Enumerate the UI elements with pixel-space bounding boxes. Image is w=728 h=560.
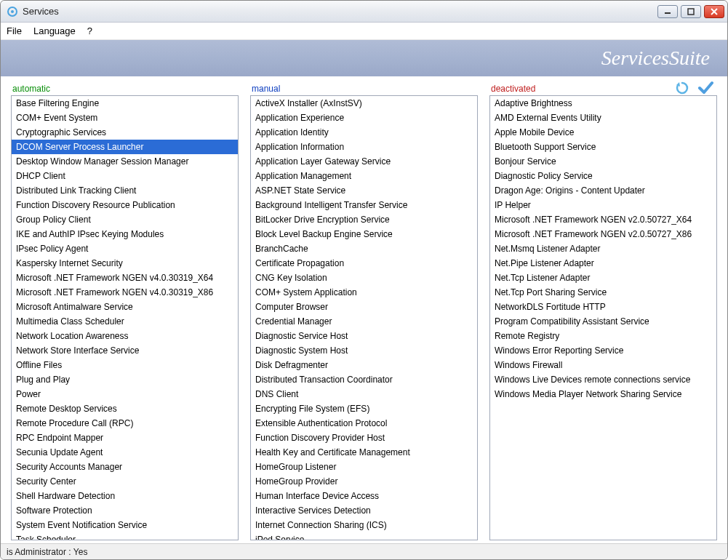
list-item[interactable]: RPC Endpoint Mapper (12, 431, 238, 445)
list-item[interactable]: Secunia Update Agent (12, 445, 238, 460)
list-item[interactable]: COM+ System Application (251, 285, 477, 300)
list-item[interactable]: DCOM Server Process Launcher (12, 140, 238, 154)
list-item[interactable]: Disk Defragmenter (251, 358, 477, 372)
list-item[interactable]: NetworkDLS Fortitude HTTP (490, 300, 716, 314)
list-item[interactable]: Credential Manager (251, 314, 477, 329)
list-item[interactable]: Background Intelligent Transfer Service (251, 198, 477, 212)
list-item[interactable]: COM+ Event System (12, 111, 238, 125)
list-item[interactable]: Apple Mobile Device (490, 125, 716, 140)
list-item[interactable]: Cryptographic Services (12, 125, 238, 140)
list-item[interactable]: HomeGroup Listener (251, 460, 477, 474)
list-item[interactable]: Windows Firewall (490, 358, 716, 372)
list-item[interactable]: Microsoft .NET Framework NGEN v4.0.30319… (12, 271, 238, 285)
list-manual[interactable]: ActiveX Installer (AxInstSV)Application … (250, 95, 478, 540)
window-title: Services (23, 6, 657, 17)
list-item[interactable]: Network Location Awareness (12, 329, 238, 343)
list-item[interactable]: ActiveX Installer (AxInstSV) (251, 96, 477, 111)
list-item[interactable]: System Event Notification Service (12, 518, 238, 532)
list-item[interactable]: DHCP Client (12, 169, 238, 183)
column-automatic: automatic Base Filtering EngineCOM+ Even… (11, 84, 239, 540)
list-item[interactable]: Encrypting File System (EFS) (251, 401, 477, 416)
list-item[interactable]: Certificate Propagation (251, 256, 477, 271)
list-item[interactable]: Power (12, 387, 238, 401)
list-item[interactable]: Application Identity (251, 125, 477, 140)
list-item[interactable]: Windows Live Devices remote connections … (490, 372, 716, 387)
list-item[interactable]: Remote Desktop Services (12, 401, 238, 416)
list-item[interactable]: Application Layer Gateway Service (251, 154, 477, 169)
list-item[interactable]: Diagnostic Policy Service (490, 169, 716, 183)
list-automatic[interactable]: Base Filtering EngineCOM+ Event SystemCr… (11, 95, 239, 540)
list-item[interactable]: Distributed Link Tracking Client (12, 183, 238, 198)
list-item[interactable]: Program Compatibility Assistant Service (490, 314, 716, 329)
menu-file[interactable]: File (7, 25, 22, 36)
list-item[interactable]: Security Accounts Manager (12, 460, 238, 474)
svg-point-1 (11, 10, 14, 13)
list-item[interactable]: Microsoft .NET Framework NGEN v2.0.50727… (490, 212, 716, 227)
list-item[interactable]: BranchCache (251, 241, 477, 256)
list-item[interactable]: Net.Pipe Listener Adapter (490, 256, 716, 271)
list-item[interactable]: Diagnostic System Host (251, 343, 477, 358)
menu-language[interactable]: Language (33, 25, 76, 36)
list-item[interactable]: Block Level Backup Engine Service (251, 227, 477, 241)
list-item[interactable]: Bluetooth Support Service (490, 140, 716, 154)
menu-help[interactable]: ? (87, 25, 92, 36)
check-icon[interactable] (697, 80, 713, 96)
maximize-button[interactable] (681, 5, 701, 18)
content: automatic Base Filtering EngineCOM+ Even… (1, 76, 727, 543)
list-item[interactable]: Interactive Services Detection (251, 503, 477, 518)
list-item[interactable]: Microsoft .NET Framework NGEN v2.0.50727… (490, 227, 716, 241)
list-item[interactable]: Net.Tcp Listener Adapter (490, 271, 716, 285)
list-item[interactable]: Kaspersky Internet Security (12, 256, 238, 271)
list-item[interactable]: Application Information (251, 140, 477, 154)
list-item[interactable]: Net.Tcp Port Sharing Service (490, 285, 716, 300)
list-item[interactable]: IP Helper (490, 198, 716, 212)
list-item[interactable]: Group Policy Client (12, 212, 238, 227)
list-item[interactable]: CNG Key Isolation (251, 271, 477, 285)
list-item[interactable]: HomeGroup Provider (251, 474, 477, 489)
list-item[interactable]: Offline Files (12, 358, 238, 372)
list-deactivated[interactable]: Adaptive BrightnessAMD External Events U… (489, 95, 717, 540)
list-item[interactable]: Plug and Play (12, 372, 238, 387)
list-item[interactable]: Application Experience (251, 111, 477, 125)
list-item[interactable]: Windows Error Reporting Service (490, 343, 716, 358)
menubar: File Language ? (1, 23, 727, 40)
list-item[interactable]: Bonjour Service (490, 154, 716, 169)
list-item[interactable]: Shell Hardware Detection (12, 489, 238, 503)
list-item[interactable]: Dragon Age: Origins - Content Updater (490, 183, 716, 198)
list-item[interactable]: Health Key and Certificate Management (251, 445, 477, 460)
list-item[interactable]: Microsoft .NET Framework NGEN v4.0.30319… (12, 285, 238, 300)
banner: ServicesSuite (1, 40, 727, 76)
list-item[interactable]: Task Scheduler (12, 532, 238, 540)
list-item[interactable]: Desktop Window Manager Session Manager (12, 154, 238, 169)
close-button[interactable] (704, 5, 724, 18)
list-item[interactable]: Extensible Authentication Protocol (251, 416, 477, 431)
list-item[interactable]: BitLocker Drive Encryption Service (251, 212, 477, 227)
list-item[interactable]: iPod Service (251, 532, 477, 540)
list-item[interactable]: Microsoft Antimalware Service (12, 300, 238, 314)
list-item[interactable]: DNS Client (251, 387, 477, 401)
list-item[interactable]: Remote Procedure Call (RPC) (12, 416, 238, 431)
list-item[interactable]: Software Protection (12, 503, 238, 518)
list-item[interactable]: Function Discovery Provider Host (251, 431, 477, 445)
list-item[interactable]: AMD External Events Utility (490, 111, 716, 125)
list-item[interactable]: Base Filtering Engine (12, 96, 238, 111)
minimize-button[interactable] (657, 5, 678, 18)
list-item[interactable]: Adaptive Brightness (490, 96, 716, 111)
refresh-icon[interactable] (674, 80, 690, 96)
list-item[interactable]: Network Store Interface Service (12, 343, 238, 358)
list-item[interactable]: Diagnostic Service Host (251, 329, 477, 343)
list-item[interactable]: Windows Media Player Network Sharing Ser… (490, 387, 716, 401)
list-item[interactable]: Computer Browser (251, 300, 477, 314)
list-item[interactable]: Human Interface Device Access (251, 489, 477, 503)
list-item[interactable]: Application Management (251, 169, 477, 183)
list-item[interactable]: Multimedia Class Scheduler (12, 314, 238, 329)
list-item[interactable]: IKE and AuthIP IPsec Keying Modules (12, 227, 238, 241)
list-item[interactable]: Net.Msmq Listener Adapter (490, 241, 716, 256)
list-item[interactable]: Internet Connection Sharing (ICS) (251, 518, 477, 532)
list-item[interactable]: ASP.NET State Service (251, 183, 477, 198)
list-item[interactable]: IPsec Policy Agent (12, 241, 238, 256)
list-item[interactable]: Function Discovery Resource Publication (12, 198, 238, 212)
list-item[interactable]: Security Center (12, 474, 238, 489)
list-item[interactable]: Remote Registry (490, 329, 716, 343)
list-item[interactable]: Distributed Transaction Coordinator (251, 372, 477, 387)
